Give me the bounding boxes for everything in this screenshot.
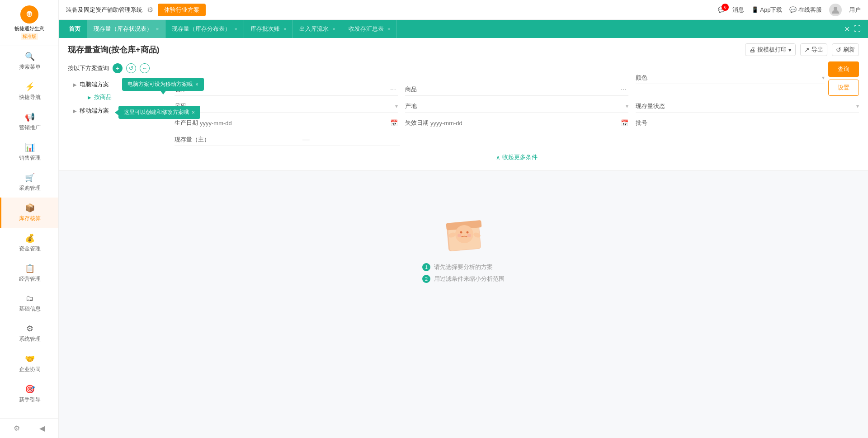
print-button[interactable]: 🖨 按模板打印 ▾ [745,43,796,56]
svg-point-7 [460,231,462,234]
stock-qty-dash: — [302,136,310,144]
size-dropdown[interactable]: ▾ [395,103,398,109]
system-icon: ⚙ [26,324,33,334]
page-title: 现存量查询(按仓库+商品) [68,44,160,55]
step1-num: 1 [422,263,430,271]
filter-label: 按以下方案查询 [68,64,109,72]
tab-close-all[interactable]: ✕ [844,25,850,33]
sidebar-item-operations[interactable]: 📋 经营管理 [0,258,58,288]
reset-button[interactable]: 设置 [828,80,859,96]
color-label: 颜色 [636,74,647,82]
user-avatar [829,4,842,16]
sidebar-item-label: 搜索菜单 [19,63,41,71]
batch-no-input[interactable] [649,120,859,127]
scheme-desktop-arrow: ▶ [73,82,77,87]
origin-dropdown[interactable]: ▾ [626,103,628,109]
origin-field: 产地 ▾ [405,102,628,113]
tab-stock-status-label: 现存量（库存状况表） [94,25,152,33]
settings-footer-btn[interactable]: ⚙ [14,424,20,433]
tab-actions: ✕ ⛶ [840,25,864,33]
tab-batch[interactable]: 库存批次账 × [244,20,293,38]
online-service[interactable]: 💬 在线客服 [789,6,822,14]
tab-inout[interactable]: 出入库流水 × [293,20,342,38]
sidebar-item-basic[interactable]: 🗂 基础信息 [0,288,58,318]
tab-expand[interactable]: ⛶ [854,25,861,33]
finance-icon: 💰 [25,233,35,243]
tab-stock-dist-close[interactable]: × [234,26,237,32]
tooltip2-text: 这里可以创建和修改方案哦 [124,108,189,116]
search-button[interactable]: 查询 [828,61,859,77]
system-title: 装备及固定资产辅助管理系统 [66,6,142,14]
tab-stock-status-close[interactable]: × [156,26,159,32]
scheme-desktop-child[interactable]: ▶ 按商品 [80,91,160,103]
tooltip1-close[interactable]: × [195,81,198,88]
step2-num: 2 [422,275,430,283]
stock-status-dropdown[interactable]: ▾ [856,103,859,109]
collapse-conditions-button[interactable]: ∧ 收起更多条件 [175,150,859,165]
sidebar-item-inventory[interactable]: 📦 库存核算 [0,198,58,228]
filter-add-button[interactable]: + [113,63,123,73]
stock-status-field: 现存量状态 ▾ [636,102,859,113]
logo-badge: 标准版 [21,33,38,40]
prod-date-label: 生产日期 [175,119,198,127]
svg-point-0 [27,14,28,15]
search-icon: 🔍 [25,52,35,61]
tab-inout-close[interactable]: × [332,26,335,32]
print-label: 按模板打印 [757,46,787,54]
tab-batch-close[interactable]: × [283,26,286,32]
collapse-sidebar-btn[interactable]: ◀ [39,424,45,433]
marketing-icon: 📢 [25,112,35,122]
page-header: 现存量查询(按仓库+商品) 🖨 按模板打印 ▾ ↗ 导出 ↺ 刷新 [59,38,868,56]
sidebar-item-label: 系统管理 [19,335,41,343]
settings-icon[interactable]: ⚙ [147,5,153,14]
message-icon[interactable]: 💬 6 [718,6,725,13]
stock-qty-max[interactable] [312,137,401,143]
tooltip-scheme-mobile: 电脑方案可设为移动方案哦 × [122,78,204,91]
empty-illustration [441,207,486,252]
sidebar-item-marketing[interactable]: 📢 营销推广 [0,107,58,137]
filter-refresh-button[interactable]: ↺ [126,63,136,73]
sidebar-item-purchase[interactable]: 🛒 采购管理 [0,167,58,198]
user-label[interactable]: 用户 [849,6,861,14]
tab-stock-dist[interactable]: 现存量（库存分布表） × [165,20,244,38]
tab-summary-close[interactable]: × [387,26,390,32]
tooltip2-close[interactable]: × [192,109,195,116]
tab-home[interactable]: 首页 [62,20,87,38]
refresh-button[interactable]: ↺ 刷新 [832,43,859,56]
sidebar-item-system[interactable]: ⚙ 系统管理 [0,318,58,349]
print-dropdown[interactable]: ▾ [788,47,792,53]
trial-button[interactable]: 体验行业方案 [158,4,206,16]
step1-text: 请先选择要分析的方案 [434,261,493,273]
stock-qty-min[interactable] [212,137,300,143]
warehouse-dots[interactable]: ··· [390,85,396,94]
message-label[interactable]: 消息 [732,6,744,14]
sidebar-item-label: 经营管理 [19,275,41,283]
prod-date-calendar-icon[interactable]: 📅 [390,119,398,127]
stock-qty-field: 现存量（主） — [175,136,400,146]
stock-status-label: 现存量状态 [636,102,665,110]
batch-no-field: 批号 [636,119,859,129]
sidebar-item-guide[interactable]: 🎯 新手引导 [0,379,58,409]
export-button[interactable]: ↗ 导出 [800,43,827,56]
filter-back-button[interactable]: ← [140,63,150,73]
sidebar-item-search[interactable]: 🔍 搜索菜单 [0,46,58,76]
prod-date-start[interactable] [200,120,388,127]
sidebar-item-finance[interactable]: 💰 资金管理 [0,228,58,258]
scheme-mobile-arrow: ▶ [73,108,77,113]
sidebar-item-sales[interactable]: 📊 销售管理 [0,137,58,167]
sidebar-item-label: 营销推广 [19,124,41,132]
color-dropdown[interactable]: ▾ [822,75,825,81]
sidebar-item-enterprise[interactable]: 🤝 企业协同 [0,349,58,379]
color-and-actions: 颜色 ▾ 查询 设置 [636,61,859,96]
tab-summary[interactable]: 收发存汇总表 × [342,20,397,38]
logo-icon [20,5,38,24]
expire-date-calendar-icon[interactable]: 📅 [621,119,628,127]
goods-dots[interactable]: ··· [621,85,627,94]
tab-stock-status[interactable]: 现存量（库存状况表） × [87,20,165,38]
export-label: 导出 [811,46,823,54]
expire-date-start[interactable] [430,120,619,127]
sidebar-item-label: 资金管理 [19,245,41,253]
app-download[interactable]: 📱 App下载 [751,6,782,14]
sidebar-item-quicknav[interactable]: ⚡ 快捷导航 [0,76,58,107]
tab-batch-label: 库存批次账 [250,25,280,33]
